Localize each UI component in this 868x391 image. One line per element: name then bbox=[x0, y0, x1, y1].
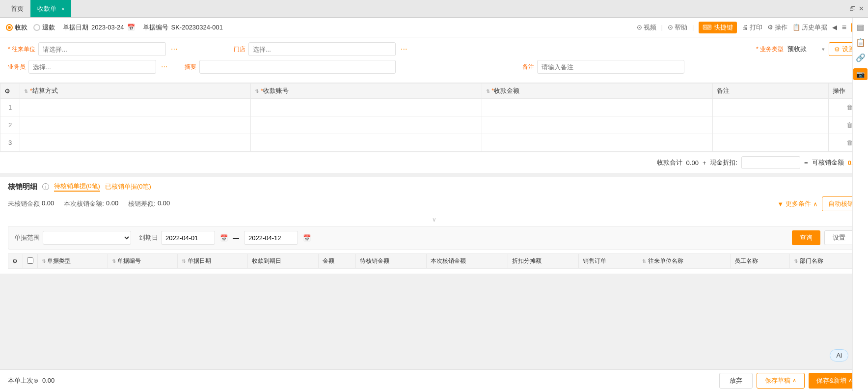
account-cell-3[interactable] bbox=[251, 134, 482, 152]
restore-icon[interactable]: 🗗 bbox=[849, 5, 856, 12]
tab-active[interactable]: 收款单 × bbox=[30, 0, 71, 17]
settle-cell-3[interactable] bbox=[20, 134, 251, 152]
done-tab[interactable]: 已核销单据(0笔) bbox=[105, 182, 151, 191]
filter-actions: 查询 设置 bbox=[792, 230, 854, 245]
row-num-2: 2 bbox=[0, 116, 20, 134]
tab-close-icon[interactable]: × bbox=[61, 6, 64, 12]
current-stat: 本次核销金额: 0.00 bbox=[64, 199, 118, 208]
row-num-1: 1 bbox=[0, 99, 20, 116]
bottom-right: 放弃 保存草稿 ∧ 保存&新增 ∧ bbox=[719, 373, 860, 389]
checkbox-col[interactable] bbox=[23, 254, 38, 269]
video-label: 视频 bbox=[644, 23, 656, 32]
table-row: 2 🗑 ⧉ bbox=[0, 116, 868, 134]
range-select[interactable] bbox=[43, 231, 131, 245]
discount-input[interactable] bbox=[741, 156, 800, 169]
store-more-icon[interactable]: ··· bbox=[401, 45, 407, 54]
help-label: 帮助 bbox=[675, 23, 687, 32]
calendar-icon[interactable]: 📅 bbox=[127, 24, 135, 31]
remark-cell-1[interactable] bbox=[712, 99, 828, 116]
filter-setting-btn[interactable]: 设置 bbox=[824, 230, 854, 245]
counterpart-name-col: ⇅ 往来单位名称 bbox=[638, 254, 730, 269]
sales-order-col: 销售订单 bbox=[579, 254, 638, 269]
staff-name-col: 员工名称 bbox=[730, 254, 789, 269]
counterpart-input[interactable] bbox=[38, 42, 166, 56]
sidebar-link-icon[interactable]: 🔗 bbox=[856, 53, 866, 62]
summary-input[interactable] bbox=[199, 60, 396, 74]
abandon-btn[interactable]: 放弃 bbox=[719, 373, 753, 389]
radio-return[interactable]: 退款 bbox=[33, 23, 55, 32]
settle-cell-2[interactable] bbox=[20, 116, 251, 134]
history-label: 历史单据 bbox=[802, 23, 827, 32]
save-draft-btn[interactable]: 保存草稿 ∧ bbox=[757, 373, 805, 389]
date-from-input[interactable] bbox=[161, 231, 215, 245]
more-conditions-label: 更多条件 bbox=[786, 199, 811, 208]
save-new-label: 保存&新增 bbox=[816, 376, 846, 385]
gear-col[interactable]: ⚙ bbox=[8, 254, 23, 269]
settle-cell-1[interactable] bbox=[20, 99, 251, 116]
summary-row: 收款合计 0.00 + 现金折扣: = 可核销金额 0.00 bbox=[0, 152, 868, 173]
amount-cell-2[interactable] bbox=[482, 116, 712, 134]
video-btn[interactable]: ⊙ 视频 bbox=[637, 23, 656, 32]
bottom-bar: 本单上次⊙ 0.00 放弃 保存草稿 ∧ 保存&新增 ∧ bbox=[0, 369, 868, 391]
date-from-calendar-icon[interactable]: 📅 bbox=[220, 234, 228, 242]
bottom-table: ⚙ ⇅ 单据类型 ⇅ 单据编号 ⇅ 单据日期 收款到期日 金额 待核销金额 本次… bbox=[8, 253, 860, 269]
pending-tab[interactable]: 待核销单据(0笔) bbox=[54, 182, 100, 192]
due-date-col: 收款到期日 bbox=[247, 254, 318, 269]
radio-receive[interactable]: 收款 bbox=[6, 23, 27, 32]
store-input[interactable] bbox=[248, 42, 396, 56]
unchecked-label: 未核销金额 bbox=[8, 199, 40, 208]
bottom-label: 本单上次⊙ bbox=[8, 376, 38, 385]
filter-setting-label: 设置 bbox=[833, 234, 845, 241]
date-to-calendar-icon[interactable]: 📅 bbox=[303, 234, 311, 242]
date-to-input[interactable] bbox=[244, 231, 298, 245]
unchecked-stat: 未核销金额 0.00 bbox=[8, 199, 54, 208]
tab-home[interactable]: 首页 bbox=[4, 0, 30, 17]
account-cell-1[interactable] bbox=[251, 99, 482, 116]
auto-btn-label: 自动核销 bbox=[828, 200, 854, 207]
history-btn[interactable]: 📋 历史单据 bbox=[792, 23, 827, 32]
sidebar-camera-icon[interactable]: 📷 bbox=[853, 68, 868, 80]
query-btn[interactable]: 查询 bbox=[792, 230, 820, 245]
counterpart-more-icon[interactable]: ··· bbox=[171, 45, 177, 54]
biz-type-dropdown-icon[interactable]: ▾ bbox=[822, 46, 825, 53]
radio-group: 收款 退款 bbox=[6, 23, 55, 32]
account-cell-2[interactable] bbox=[251, 116, 482, 134]
verify-info-icon[interactable]: i bbox=[42, 183, 49, 190]
ai-button[interactable]: Ai bbox=[830, 349, 848, 362]
close-window-icon[interactable]: ✕ bbox=[859, 5, 864, 12]
diff-value: 0.00 bbox=[158, 199, 170, 208]
staff-input[interactable] bbox=[28, 60, 156, 74]
help-btn[interactable]: ⊙ 帮助 bbox=[668, 23, 687, 32]
collapse-arrow[interactable]: ∨ bbox=[8, 216, 860, 223]
bottom-value: 0.00 bbox=[42, 377, 54, 384]
amount-cell-1[interactable] bbox=[482, 99, 712, 116]
staff-more-icon[interactable]: ··· bbox=[161, 62, 167, 71]
sidebar-list-icon[interactable]: 📋 bbox=[856, 38, 866, 47]
collapse-left-icon[interactable]: ◀ bbox=[832, 24, 837, 31]
verify-header: 核销明细 i 待核销单据(0笔) 已核销单据(0笔) bbox=[8, 182, 860, 192]
table-area: ⚙ ⇅ *结算方式 ⇅ *收款账号 ⇅ *收款金额 备注 操 bbox=[0, 83, 868, 152]
shortcut-btn[interactable]: ⌨ 快捷键 bbox=[699, 22, 736, 33]
abandon-label: 放弃 bbox=[730, 377, 742, 384]
gear-col-header[interactable]: ⚙ bbox=[0, 84, 20, 99]
plus-sign: + bbox=[703, 159, 706, 167]
number-label: 单据编号 bbox=[143, 23, 168, 32]
operation-btn[interactable]: ⚙ 操作 bbox=[767, 23, 787, 32]
operation-icon: ⚙ bbox=[767, 24, 773, 31]
more-conditions-btn[interactable]: ▼ 更多条件 ∧ bbox=[777, 199, 818, 208]
amount-cell-3[interactable] bbox=[482, 134, 712, 152]
print-btn[interactable]: 🖨 打印 bbox=[742, 23, 762, 32]
radio-receive-dot bbox=[6, 24, 13, 31]
remark-cell-2[interactable] bbox=[712, 116, 828, 134]
remarks-input[interactable] bbox=[537, 60, 684, 74]
remark-cell-3[interactable] bbox=[712, 134, 828, 152]
list-view-icon[interactable]: ≡ bbox=[842, 23, 846, 32]
select-all-checkbox[interactable] bbox=[27, 257, 33, 264]
table-gear-icon[interactable]: ⚙ bbox=[4, 87, 10, 95]
total-label: 收款合计 bbox=[657, 158, 682, 167]
current-value: 0.00 bbox=[106, 199, 118, 208]
counterpart-label: 往来单位 bbox=[8, 45, 35, 54]
sidebar-table-icon[interactable]: ▤ bbox=[857, 23, 864, 32]
summary-field: 摘要 bbox=[185, 60, 522, 74]
settle-sort-icon: ⇅ bbox=[24, 88, 28, 94]
